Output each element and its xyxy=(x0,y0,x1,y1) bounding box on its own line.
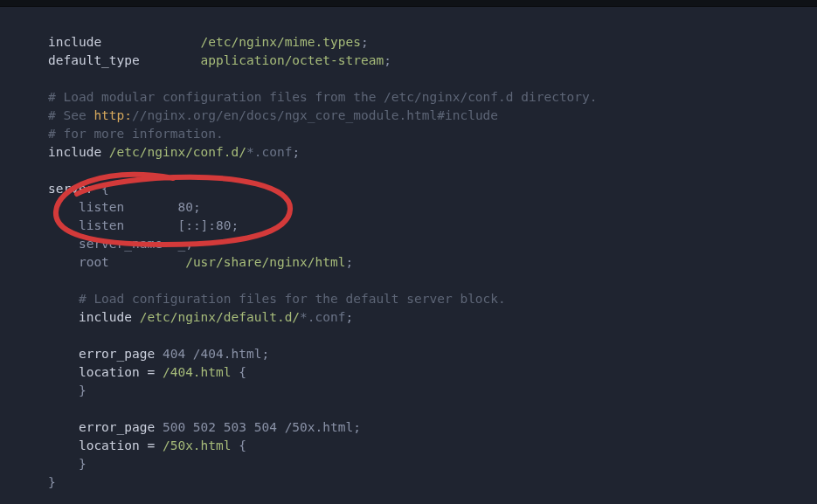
directive-server-name: server_name xyxy=(79,237,163,251)
url-scheme: http: xyxy=(93,108,132,122)
brace-open: { xyxy=(239,438,246,452)
keyword-server: server xyxy=(48,182,101,196)
directive-location: location = xyxy=(79,365,163,379)
code-editor-pane: include /etc/nginx/mime.types; default_t… xyxy=(0,7,817,492)
brace-close: } xyxy=(79,383,87,397)
glob: *.conf xyxy=(300,310,345,324)
brace-open: { xyxy=(239,365,246,379)
keyword-include: include xyxy=(79,310,140,324)
keyword-include: include xyxy=(48,145,109,159)
comment-prefix: # See xyxy=(48,108,93,122)
directive-location: location = xyxy=(79,438,163,452)
listen-ipv6-80: [::]:80 xyxy=(177,218,231,232)
path-html-root: /usr/share/nginx/html xyxy=(185,255,345,269)
directive-error-page: error_page xyxy=(79,420,163,434)
code-content[interactable]: include /etc/nginx/mime.types; default_t… xyxy=(48,33,817,492)
brace-open: { xyxy=(101,182,109,196)
keyword-include: include xyxy=(48,35,101,49)
comment-line: # Load configuration files for the defau… xyxy=(79,292,506,306)
comment-line: # for more information. xyxy=(48,127,224,141)
path-conf-d: /etc/nginx/conf.d/ xyxy=(109,145,246,159)
listen-port-80: 80 xyxy=(177,200,192,214)
directive-root: root xyxy=(79,255,109,269)
window-top-border xyxy=(0,0,817,7)
brace-close: } xyxy=(48,475,56,489)
brace-close: } xyxy=(79,457,87,471)
directive-listen: listen xyxy=(79,218,124,232)
glob: *.conf xyxy=(246,145,292,159)
directive-error-page: error_page xyxy=(79,347,163,361)
path-default-d: /etc/nginx/default.d/ xyxy=(140,310,300,324)
value-octet-stream: application/octet-stream xyxy=(201,53,384,67)
comment-line: # Load modular configuration files from … xyxy=(48,90,598,104)
path-mime-types: /etc/nginx/mime.types xyxy=(201,35,361,49)
keyword-default-type: default_type xyxy=(48,53,140,67)
directive-listen: listen xyxy=(79,200,124,214)
url-tail: //nginx.org/en/docs/ngx_core_module.html… xyxy=(132,108,498,122)
